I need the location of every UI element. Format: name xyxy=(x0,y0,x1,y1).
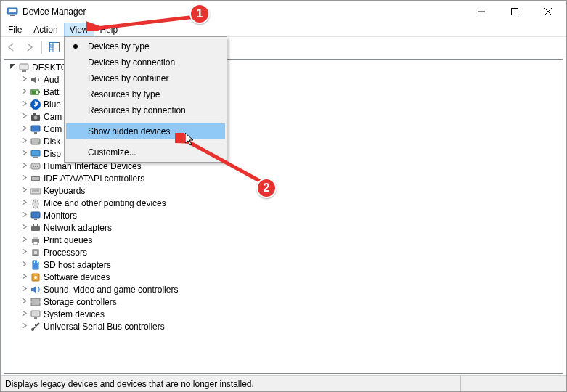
menuitem-customize[interactable]: Customize... xyxy=(66,144,225,160)
tree-item[interactable]: IDE ATA/ATAPI controllers xyxy=(4,172,563,184)
tree-item[interactable]: Mice and other pointing devices xyxy=(4,197,563,209)
svg-point-26 xyxy=(38,142,39,144)
tree-item[interactable]: System devices xyxy=(4,308,563,320)
tree-item[interactable]: Processors xyxy=(4,246,563,258)
window-title: Device Manager xyxy=(23,7,86,17)
forward-button[interactable] xyxy=(21,39,37,55)
expand-icon[interactable] xyxy=(19,199,29,207)
svg-point-32 xyxy=(37,166,38,167)
expand-icon[interactable] xyxy=(19,248,29,256)
svg-rect-34 xyxy=(32,177,39,180)
svg-rect-18 xyxy=(32,91,36,94)
tree-item[interactable]: Software devices xyxy=(4,271,563,283)
camera-icon xyxy=(30,111,41,123)
expand-icon[interactable] xyxy=(19,261,29,269)
tree-item-label: IDE ATA/ATAPI controllers xyxy=(44,173,144,184)
tree-item[interactable]: Network adapters xyxy=(4,221,563,234)
callout-number: 1 xyxy=(197,7,203,20)
expand-icon[interactable] xyxy=(19,174,29,182)
svg-rect-51 xyxy=(36,261,36,263)
status-bar: Displays legacy devices and devices that… xyxy=(1,375,566,391)
svg-rect-57 xyxy=(31,311,40,317)
menuitem-resources-by-connection[interactable]: Resources by connection xyxy=(66,102,225,118)
expand-icon[interactable] xyxy=(19,125,29,133)
computer-icon xyxy=(18,62,30,73)
minimize-button[interactable] xyxy=(465,1,498,23)
menuitem-devices-by-connection[interactable]: Devices by connection xyxy=(66,54,225,70)
expand-icon[interactable] xyxy=(19,75,29,83)
svg-rect-22 xyxy=(33,113,36,115)
tree-item[interactable]: Keyboards xyxy=(4,184,563,197)
expand-icon[interactable] xyxy=(19,224,29,232)
expand-icon[interactable] xyxy=(19,236,29,244)
display-icon xyxy=(30,148,41,160)
collapse-icon[interactable] xyxy=(7,63,17,71)
svg-rect-55 xyxy=(31,298,40,301)
back-button[interactable] xyxy=(4,39,20,55)
tree-item-label: Monitors xyxy=(44,211,77,221)
tree-item[interactable]: Universal Serial Bus controllers xyxy=(4,320,563,332)
tree-item-label: Cam xyxy=(44,112,62,122)
menuitem-devices-by-type[interactable]: Devices by type xyxy=(66,38,225,54)
battery-icon xyxy=(30,86,41,98)
menu-action[interactable]: Action xyxy=(28,23,63,36)
close-button[interactable] xyxy=(531,1,565,23)
menuitem-resources-by-type[interactable]: Resources by type xyxy=(66,86,225,102)
expand-icon[interactable] xyxy=(19,88,29,96)
tree-item[interactable]: Sound, video and game controllers xyxy=(4,283,563,295)
svg-rect-14 xyxy=(20,64,28,70)
speaker-icon xyxy=(30,74,41,86)
svg-rect-41 xyxy=(34,219,37,220)
expand-icon[interactable] xyxy=(19,137,29,145)
tree-item-label: Processors xyxy=(44,248,87,258)
maximize-button[interactable] xyxy=(498,1,531,23)
toolbar-separator xyxy=(41,41,42,54)
expand-icon[interactable] xyxy=(19,285,29,293)
ide-icon xyxy=(30,173,41,184)
expand-icon[interactable] xyxy=(19,310,29,318)
mouse-icon xyxy=(30,197,41,209)
bluetooth-icon xyxy=(30,99,41,110)
svg-rect-44 xyxy=(37,224,38,226)
expand-icon[interactable] xyxy=(19,273,29,281)
show-hide-tree-button[interactable] xyxy=(46,39,62,55)
tree-item[interactable]: Storage controllers xyxy=(4,295,563,308)
expand-icon[interactable] xyxy=(19,322,29,330)
menuitem-label: Devices by type xyxy=(88,41,150,52)
disk-icon xyxy=(30,136,41,147)
storage-icon xyxy=(30,296,41,308)
menuitem-label: Resources by connection xyxy=(88,105,186,115)
svg-rect-52 xyxy=(37,261,38,263)
expand-icon[interactable] xyxy=(19,211,29,219)
expand-icon[interactable] xyxy=(19,187,29,195)
tree-item[interactable]: Print queues xyxy=(4,234,563,246)
tree-item[interactable]: SD host adapters xyxy=(4,258,563,271)
expand-icon[interactable] xyxy=(19,298,29,306)
svg-rect-61 xyxy=(35,324,36,326)
expand-icon[interactable] xyxy=(19,162,29,170)
tree-item-label: Disk xyxy=(44,136,60,147)
tree-item-label: Sound, video and game controllers xyxy=(44,285,178,295)
svg-rect-58 xyxy=(34,317,37,319)
svg-rect-23 xyxy=(31,126,40,131)
menuitem-label: Devices by connection xyxy=(88,57,175,68)
svg-rect-46 xyxy=(33,237,38,239)
svg-rect-50 xyxy=(34,261,35,263)
menu-file[interactable]: File xyxy=(2,23,28,36)
menu-help[interactable]: Help xyxy=(94,23,124,36)
printer-icon xyxy=(30,234,41,246)
expand-icon[interactable] xyxy=(19,113,29,121)
tree-item[interactable]: Monitors xyxy=(4,209,563,221)
tree-item-label: Universal Serial Bus controllers xyxy=(44,322,165,332)
expand-icon[interactable] xyxy=(19,100,29,108)
menu-view[interactable]: View xyxy=(64,23,94,36)
expand-icon[interactable] xyxy=(19,150,29,158)
menuitem-show-hidden-devices[interactable]: Show hidden devices xyxy=(66,123,225,139)
svg-rect-24 xyxy=(34,132,37,134)
menuitem-devices-by-container[interactable]: Devices by container xyxy=(66,70,225,86)
annotation-callout-1: 1 xyxy=(189,4,210,24)
svg-point-60 xyxy=(38,322,40,324)
tree-item-label: Blue xyxy=(44,99,61,110)
svg-rect-2 xyxy=(10,15,15,16)
svg-rect-17 xyxy=(38,91,40,93)
